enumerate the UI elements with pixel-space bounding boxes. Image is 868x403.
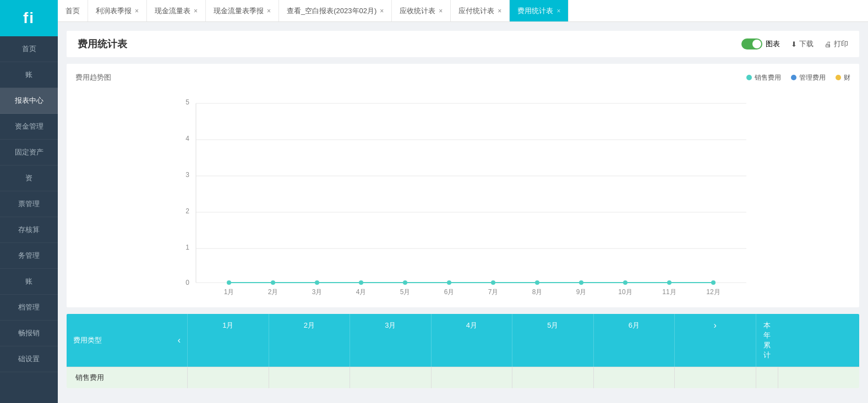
row-cumulative	[756, 367, 778, 388]
header-actions: 图表 ⬇ 下载 🖨 打印	[741, 38, 848, 49]
col-month-6: 6月	[594, 314, 675, 367]
svg-text:0: 0	[185, 279, 189, 286]
tab-home[interactable]: 首页	[58, 0, 88, 21]
col-type: 费用类型 ‹	[67, 314, 188, 367]
download-button[interactable]: ⬇ 下载	[791, 39, 814, 49]
svg-text:3月: 3月	[312, 288, 323, 296]
col-month-3: 3月	[350, 314, 432, 367]
sidebar-item-expense[interactable]: 畅报销	[0, 321, 58, 346]
legend-label-admin: 管理费用	[799, 73, 826, 82]
legend-sales: 销售费用	[746, 73, 781, 82]
chart-card: 费用趋势图 销售费用 管理费用 财	[67, 64, 859, 307]
data-table: 费用类型 ‹ 1月 2月 3月 4月 5月 6月 › 本年累计 销售费用	[67, 314, 859, 388]
sidebar-item-settings[interactable]: 础设置	[0, 346, 58, 372]
svg-text:2: 2	[185, 207, 189, 215]
svg-point-14	[271, 280, 275, 285]
legend-dot-finance	[836, 75, 841, 80]
svg-text:10月: 10月	[618, 288, 632, 296]
svg-point-17	[403, 280, 407, 285]
svg-text:8月: 8月	[532, 288, 543, 296]
tab-cashflow-quarterly[interactable]: 现金流量表季报 ×	[206, 0, 279, 21]
close-tab-profit[interactable]: ×	[135, 7, 139, 15]
sidebar-item-assets[interactable]: 固定资产	[0, 140, 58, 165]
svg-point-20	[535, 280, 539, 285]
legend-finance: 财	[836, 73, 850, 82]
svg-text:7月: 7月	[488, 288, 499, 296]
svg-text:11月: 11月	[662, 288, 676, 296]
sidebar-item-funds[interactable]: 资金管理	[0, 114, 58, 140]
close-tab-blank[interactable]: ×	[380, 7, 384, 15]
table-row: 销售费用	[67, 367, 859, 388]
sidebar-item-resource[interactable]: 资	[0, 165, 58, 191]
svg-text:3: 3	[185, 171, 189, 179]
tab-blank-report[interactable]: 查看_空白报表(2023年02月) ×	[279, 0, 392, 21]
row-val-6	[594, 367, 675, 388]
col-month-2: 2月	[269, 314, 351, 367]
svg-text:4: 4	[185, 135, 189, 142]
col-month-5: 5月	[512, 314, 594, 367]
sidebar-item-archive[interactable]: 档管理	[0, 295, 58, 321]
svg-point-24	[711, 280, 716, 285]
page-header: 费用统计表 图表 ⬇ 下载 🖨 打印	[67, 31, 859, 57]
close-tab-cashflow-quarterly[interactable]: ×	[267, 7, 271, 15]
tab-profit-quarterly[interactable]: 利润表季报 ×	[88, 0, 147, 21]
main-area: 首页 利润表季报 × 现金流量表 × 现金流量表季报 × 查看_空白报表(202…	[58, 0, 868, 403]
col-cumulative: 本年累计	[756, 314, 778, 367]
chart-legend: 销售费用 管理费用 财	[746, 73, 850, 82]
row-val-1	[188, 367, 269, 388]
svg-text:2月: 2月	[268, 288, 279, 296]
chart-header: 费用趋势图 销售费用 管理费用 财	[75, 73, 850, 82]
print-button[interactable]: 🖨 打印	[825, 39, 848, 49]
legend-label-finance: 财	[844, 73, 850, 82]
chart-toggle[interactable]	[741, 38, 762, 49]
content-area: 费用统计表 图表 ⬇ 下载 🖨 打印 费用趋势图	[58, 22, 868, 403]
sidebar-item-reports[interactable]: 报表中心	[0, 88, 58, 114]
tab-cashflow[interactable]: 现金流量表 ×	[147, 0, 206, 21]
svg-point-13	[227, 280, 231, 285]
row-type-cell: 销售费用	[67, 367, 188, 388]
svg-point-19	[491, 280, 495, 285]
download-icon: ⬇	[791, 40, 797, 48]
tab-receivable[interactable]: 应收统计表 ×	[392, 0, 451, 21]
chart-toggle-wrap: 图表	[741, 38, 780, 49]
sidebar-item-home[interactable]: 首页	[0, 36, 58, 62]
legend-dot-sales	[746, 75, 752, 80]
chart-toggle-label: 图表	[766, 39, 780, 49]
chart-container: 5 4 3 2 1 0	[75, 88, 850, 299]
trend-chart: 5 4 3 2 1 0	[75, 88, 850, 297]
row-val-2	[269, 367, 351, 388]
sidebar-item-affairs[interactable]: 务管理	[0, 243, 58, 269]
row-nav-spacer	[675, 367, 756, 388]
legend-dot-admin	[791, 75, 796, 80]
svg-text:12月: 12月	[706, 288, 720, 296]
sidebar-item-invoice[interactable]: 票管理	[0, 191, 58, 217]
svg-point-21	[579, 280, 583, 285]
svg-text:1: 1	[185, 244, 189, 251]
col-month-4: 4月	[432, 314, 513, 367]
col-nav-next[interactable]: ›	[675, 314, 756, 367]
nav-prev-arrow[interactable]: ‹	[178, 335, 181, 345]
page-title: 费用统计表	[78, 37, 127, 51]
sidebar-item-account[interactable]: 账	[0, 269, 58, 295]
close-tab-payable[interactable]: ×	[498, 7, 501, 15]
close-tab-expense[interactable]: ×	[556, 7, 560, 15]
tab-payable[interactable]: 应付统计表 ×	[451, 0, 510, 21]
sidebar-item-ledger[interactable]: 账	[0, 62, 58, 88]
sidebar: fi 首页 账 报表中心 资金管理 固定资产 资 票管理 存核算 务管理 账 档…	[0, 0, 58, 403]
tab-expense-stats[interactable]: 费用统计表 ×	[510, 0, 569, 21]
sidebar-item-inventory[interactable]: 存核算	[0, 217, 58, 243]
chart-title: 费用趋势图	[75, 73, 111, 82]
row-val-5	[512, 367, 594, 388]
svg-text:1月: 1月	[224, 288, 234, 296]
nav-next-arrow[interactable]: ›	[714, 321, 717, 330]
row-val-3	[350, 367, 432, 388]
svg-point-16	[359, 280, 363, 285]
close-tab-cashflow[interactable]: ×	[194, 7, 198, 15]
legend-admin: 管理费用	[791, 73, 826, 82]
col-month-1: 1月	[188, 314, 269, 367]
svg-point-15	[315, 280, 319, 285]
svg-point-18	[447, 280, 451, 285]
table-header-row: 费用类型 ‹ 1月 2月 3月 4月 5月 6月 › 本年累计	[67, 314, 859, 367]
legend-label-sales: 销售费用	[755, 73, 781, 82]
close-tab-receivable[interactable]: ×	[439, 7, 443, 15]
